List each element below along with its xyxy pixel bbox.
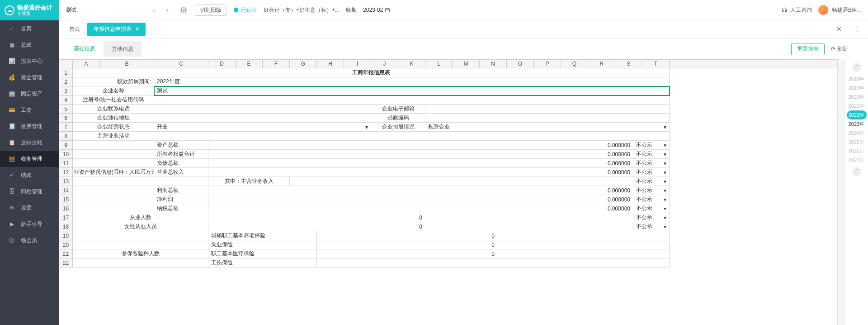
column-header[interactable]: D — [208, 60, 236, 68]
nav-item-guide[interactable]: ▶新手引导 — [0, 216, 59, 232]
reset-report-button[interactable]: 重置报表 — [791, 43, 825, 55]
year-option[interactable]: 2024年 — [847, 129, 867, 138]
insurance-value[interactable]: 0 — [317, 240, 670, 249]
year-option[interactable]: 2027年 — [847, 156, 867, 165]
nav-item-close-period[interactable]: ✓结账 — [0, 167, 59, 183]
year-option[interactable]: 2026年 — [847, 147, 867, 156]
dropdown-icon[interactable]: ▾ — [664, 124, 666, 130]
company-select[interactable]: 测试 ⌄ — [66, 6, 156, 14]
column-header[interactable]: Q — [561, 60, 588, 68]
nav-item-archive[interactable]: 🗄归档管理 — [0, 183, 59, 200]
support-button[interactable]: 人工咨询 — [781, 6, 812, 14]
nav-item-chart[interactable]: 📊报表中心 — [0, 53, 59, 69]
column-header[interactable]: N — [480, 60, 507, 68]
year-option[interactable]: 2025年 — [847, 138, 867, 147]
column-header[interactable]: S — [615, 60, 642, 68]
column-header[interactable]: G — [290, 60, 317, 68]
disclosure-select[interactable]: 不公示▾ — [633, 141, 670, 150]
sub-tab[interactable]: 其他信息 — [104, 41, 142, 57]
disclosure-select[interactable]: 不公示▾ — [633, 159, 670, 168]
disclosure-select[interactable]: 不公示▾ — [633, 204, 670, 213]
row-header[interactable]: 22 — [59, 258, 73, 268]
asset-value[interactable]: 0.000000 — [208, 195, 633, 204]
column-header[interactable]: L — [425, 60, 453, 68]
postcode-input[interactable] — [425, 114, 670, 123]
dropdown-icon[interactable]: ▾ — [664, 206, 666, 212]
column-header[interactable]: T — [642, 60, 670, 68]
year-option[interactable]: 2021年 — [847, 101, 867, 110]
row-header[interactable]: 17 — [59, 213, 73, 222]
row-header[interactable]: 9 — [59, 141, 73, 150]
employees-input[interactable]: 0 — [208, 213, 633, 222]
year-option[interactable]: 2019年 — [847, 83, 867, 92]
asset-value[interactable]: 0.000000 — [208, 141, 633, 150]
row-header[interactable]: 6 — [59, 114, 73, 123]
row-header[interactable]: 15 — [59, 195, 73, 204]
column-header[interactable]: I — [344, 60, 371, 68]
disclosure-select[interactable]: 不公示▾ — [633, 213, 670, 222]
column-header[interactable]: R — [588, 60, 615, 68]
dropdown-icon[interactable]: ▾ — [664, 196, 666, 203]
main-business-input[interactable] — [154, 132, 670, 141]
user-menu[interactable]: 畅捷通B组... — [818, 5, 862, 15]
refresh-button[interactable]: ⟳ 刷新 — [831, 45, 848, 53]
disclosure-select[interactable]: 不公示▾ — [633, 150, 670, 159]
switch-old-button[interactable]: 切到旧版 — [195, 5, 226, 16]
column-header[interactable]: E — [236, 60, 263, 68]
nav-item-inventory[interactable]: 📋进销台账 — [0, 134, 59, 151]
row-header[interactable]: 20 — [59, 240, 73, 249]
female-employees-input[interactable]: 0 — [208, 222, 633, 231]
disclosure-select[interactable]: 不公示▾ — [633, 222, 670, 231]
nav-item-vip[interactable]: Ⓥ畅会员 — [0, 232, 59, 249]
gear-icon[interactable] — [179, 5, 189, 15]
company-name-input[interactable]: 测试 — [154, 86, 670, 96]
row-header[interactable]: 18 — [59, 222, 73, 231]
insurance-value[interactable]: 0 — [317, 249, 670, 258]
dropdown-icon[interactable]: ▾ — [664, 215, 666, 221]
period-select[interactable]: 2023-02 — [363, 7, 390, 13]
close-all-tabs-icon[interactable]: ✕ — [833, 24, 844, 35]
address-input[interactable] — [154, 114, 371, 123]
column-header[interactable]: J — [371, 60, 398, 68]
nav-item-fund[interactable]: 💰资金管理 — [0, 69, 59, 86]
row-header[interactable]: 12 — [59, 168, 73, 177]
status-select[interactable]: 开业▾ — [154, 123, 371, 132]
row-header[interactable]: 3 — [59, 86, 73, 96]
column-header[interactable]: C — [154, 60, 208, 68]
row-header[interactable]: 4 — [59, 96, 73, 105]
select-all-corner[interactable] — [59, 60, 73, 68]
reg-no-input[interactable] — [154, 96, 670, 105]
year-option[interactable]: 2020年 — [847, 92, 867, 101]
row-header[interactable]: 21 — [59, 249, 73, 258]
dropdown-icon[interactable]: ▾ — [664, 160, 666, 167]
tax-period-value[interactable]: 2022年度 — [154, 77, 670, 86]
fullscreen-icon[interactable]: ⛶ — [849, 24, 861, 35]
row-header[interactable]: 13 — [59, 177, 73, 186]
disclosure-select[interactable]: 不公示▾ — [633, 186, 670, 195]
nav-item-invoice[interactable]: 🧾发票管理 — [0, 118, 59, 134]
nav-item-settings[interactable]: ⚙设置 — [0, 200, 59, 216]
year-down-icon[interactable]: ˅ — [852, 167, 861, 176]
row-header[interactable]: 14 — [59, 186, 73, 195]
row-header[interactable]: 1 — [59, 68, 73, 77]
holding-select[interactable]: 私营企业▾ — [425, 123, 670, 132]
dropdown-icon[interactable]: ▾ — [664, 178, 666, 185]
column-header[interactable]: M — [453, 60, 480, 68]
column-header[interactable]: F — [263, 60, 290, 68]
disclosure-select[interactable]: 不公示▾ — [633, 177, 670, 186]
disclosure-select[interactable]: 不公示▾ — [633, 168, 670, 177]
page-tab[interactable]: 年报信息申报表✕ — [87, 23, 146, 36]
column-header[interactable]: O — [507, 60, 534, 68]
dropdown-icon[interactable]: ▾ — [664, 169, 666, 176]
close-icon[interactable]: ✕ — [135, 26, 139, 32]
asset-value[interactable]: 0.000000 — [208, 150, 633, 159]
page-tab[interactable]: 首页 — [63, 23, 86, 36]
row-header[interactable]: 16 — [59, 204, 73, 213]
sub-tab[interactable]: 基础信息 — [66, 41, 104, 57]
nav-item-tax[interactable]: 🧮税务管理 — [0, 151, 59, 167]
dropdown-icon[interactable]: ▾ — [664, 142, 666, 148]
row-header[interactable]: 10 — [59, 150, 73, 159]
add-icon[interactable]: ＋ — [162, 5, 172, 15]
asset-value[interactable]: 0.000000 — [208, 159, 633, 168]
disclosure-select[interactable]: 不公示▾ — [633, 195, 670, 204]
